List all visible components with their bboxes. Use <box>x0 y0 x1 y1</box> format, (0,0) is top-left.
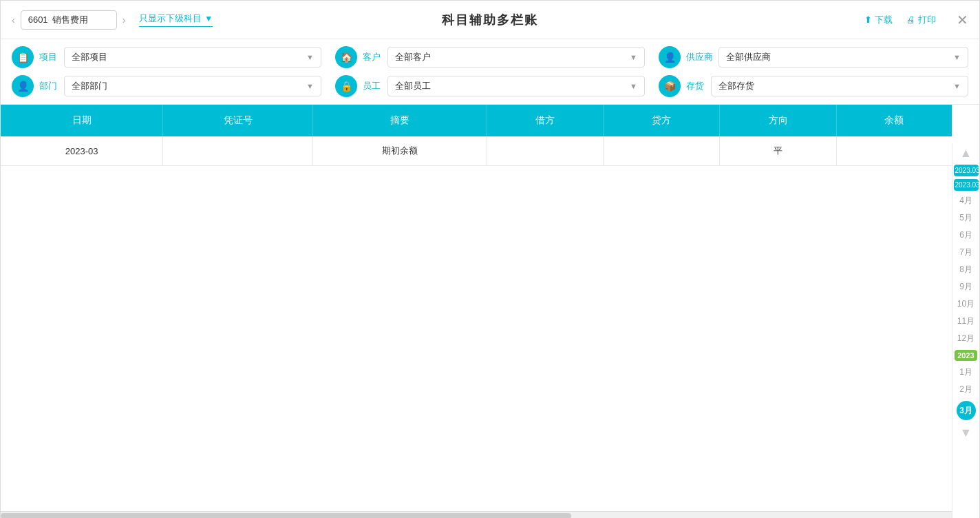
account-nav: ‹ 6601 销售费用 › <box>12 10 125 30</box>
customer-select[interactable]: 全部客户 ▼ <box>387 47 645 68</box>
department-label: 部门 <box>39 80 58 92</box>
supplier-icon: 👤 <box>659 46 681 68</box>
cell-voucher <box>163 136 313 166</box>
show-sub-label: 只显示下级科目 <box>139 12 202 25</box>
supplier-label: 供应商 <box>686 51 713 63</box>
supplier-chevron-icon: ▼ <box>953 53 961 61</box>
project-select[interactable]: 全部项目 ▼ <box>64 47 321 68</box>
next-account-arrow[interactable]: › <box>122 14 126 25</box>
department-value: 全部部门 <box>72 80 107 92</box>
inventory-value: 全部存货 <box>718 80 754 92</box>
filter-row-2: 👤 部门 全部部门 ▼ 🔒 员工 全部员工 ▼ 📦 存货 <box>12 75 968 97</box>
close-button[interactable]: ✕ <box>957 12 968 28</box>
account-name: 销售费用 <box>52 14 88 26</box>
customer-chevron-icon: ▼ <box>630 53 637 61</box>
cell-debit <box>487 136 603 166</box>
col-voucher: 凭证号 <box>163 105 313 136</box>
cell-direction: 平 <box>720 136 836 166</box>
customer-value: 全部客户 <box>395 51 431 63</box>
cell-credit <box>603 136 719 166</box>
timeline-up-arrow[interactable]: ▲ <box>960 143 972 163</box>
col-date: 日期 <box>1 105 163 136</box>
account-selector[interactable]: 6601 销售费用 <box>21 10 117 30</box>
horizontal-scrollbar[interactable] <box>1 511 952 518</box>
supplier-select[interactable]: 全部供应商 ▼ <box>718 47 968 68</box>
timeline-item-0[interactable]: 2023.03 <box>954 165 979 176</box>
page-title: 科目辅助多栏账 <box>442 12 538 28</box>
show-sub-chevron-icon: ▼ <box>204 14 213 23</box>
table-row: 2023-03期初余额平 <box>1 136 952 166</box>
project-label: 项目 <box>39 51 58 63</box>
timeline-item-1[interactable]: 2023.03 <box>954 179 979 191</box>
department-icon: 👤 <box>12 75 34 97</box>
filter-row-1: 📋 项目 全部项目 ▼ 🏠 客户 全部客户 ▼ 👤 供应商 <box>12 46 968 68</box>
col-balance: 余额 <box>836 105 952 136</box>
header-actions: ⬆ 下载 🖨 打印 ✕ <box>864 12 968 28</box>
timeline-down-arrow[interactable]: ▼ <box>960 423 972 443</box>
filter-item-customer: 🏠 客户 全部客户 ▼ <box>335 46 645 68</box>
cell-balance <box>836 136 952 166</box>
main-table: 日期 凭证号 摘要 借方 贷方 方向 余额 2023-03期初余额平 <box>1 105 952 166</box>
customer-label: 客户 <box>363 51 382 63</box>
timeline-item-10[interactable]: 12月 <box>954 330 979 347</box>
filter-item-employee: 🔒 员工 全部员工 ▼ <box>335 75 645 97</box>
employee-select[interactable]: 全部员工 ▼ <box>387 76 645 96</box>
employee-label: 员工 <box>363 80 382 92</box>
employee-icon: 🔒 <box>335 75 357 97</box>
prev-account-arrow[interactable]: ‹ <box>12 14 15 25</box>
download-icon: ⬆ <box>864 14 872 25</box>
filter-item-supplier: 👤 供应商 全部供应商 ▼ <box>659 46 968 68</box>
department-select[interactable]: 全部部门 ▼ <box>64 76 321 96</box>
download-label: 下载 <box>875 14 893 26</box>
timeline-item-14[interactable]: 3月 <box>957 401 976 420</box>
cell-summary: 期初余额 <box>313 136 487 166</box>
table-header-row: 日期 凭证号 摘要 借方 贷方 方向 余额 <box>1 105 952 136</box>
cell-date: 2023-03 <box>1 136 163 166</box>
inventory-select[interactable]: 全部存货 ▼ <box>711 76 968 96</box>
timeline-item-9[interactable]: 11月 <box>954 313 979 330</box>
timeline-item-2[interactable]: 4月 <box>954 192 979 209</box>
filter-item-inventory: 📦 存货 全部存货 ▼ <box>659 75 968 97</box>
inventory-icon: 📦 <box>659 75 681 97</box>
project-value: 全部项目 <box>72 51 107 63</box>
timeline-item-4[interactable]: 6月 <box>954 227 979 244</box>
header: ‹ 6601 销售费用 › 只显示下级科目 ▼ 科目辅助多栏账 ⬆ 下载 🖨 打… <box>1 1 979 39</box>
print-label: 打印 <box>918 14 936 26</box>
show-sub-toggle[interactable]: 只显示下级科目 ▼ <box>139 12 213 27</box>
timeline-item-5[interactable]: 7月 <box>954 244 979 261</box>
project-icon: 📋 <box>12 46 34 68</box>
timeline-item-11[interactable]: 2023 <box>955 350 977 361</box>
timeline-item-3[interactable]: 5月 <box>954 209 979 227</box>
project-chevron-icon: ▼ <box>306 53 314 61</box>
inventory-label: 存货 <box>686 80 705 92</box>
customer-icon: 🏠 <box>335 46 357 68</box>
download-button[interactable]: ⬆ 下载 <box>864 14 893 26</box>
employee-chevron-icon: ▼ <box>630 82 637 90</box>
timeline-sidebar: ▲ 2023.032023.034月5月6月7月8月9月10月11月12月202… <box>952 143 979 518</box>
inventory-chevron-icon: ▼ <box>953 82 961 90</box>
col-direction: 方向 <box>720 105 836 136</box>
col-credit: 贷方 <box>603 105 719 136</box>
account-code: 6601 <box>28 14 48 25</box>
employee-value: 全部员工 <box>395 80 431 92</box>
supplier-value: 全部供应商 <box>726 51 771 63</box>
timeline-item-12[interactable]: 1月 <box>954 364 979 381</box>
department-chevron-icon: ▼ <box>306 82 314 90</box>
timeline-item-7[interactable]: 9月 <box>954 278 979 296</box>
print-icon: 🖨 <box>906 14 915 25</box>
col-debit: 借方 <box>487 105 603 136</box>
filter-item-project: 📋 项目 全部项目 ▼ <box>12 46 321 68</box>
col-summary: 摘要 <box>313 105 487 136</box>
scrollbar-thumb[interactable] <box>1 513 571 518</box>
timeline-item-13[interactable]: 2月 <box>954 381 979 398</box>
filter-bar: 📋 项目 全部项目 ▼ 🏠 客户 全部客户 ▼ 👤 供应商 <box>1 39 979 105</box>
filter-item-department: 👤 部门 全部部门 ▼ <box>12 75 321 97</box>
print-button[interactable]: 🖨 打印 <box>906 14 936 26</box>
timeline-item-8[interactable]: 10月 <box>954 296 979 313</box>
timeline-item-6[interactable]: 8月 <box>954 261 979 278</box>
